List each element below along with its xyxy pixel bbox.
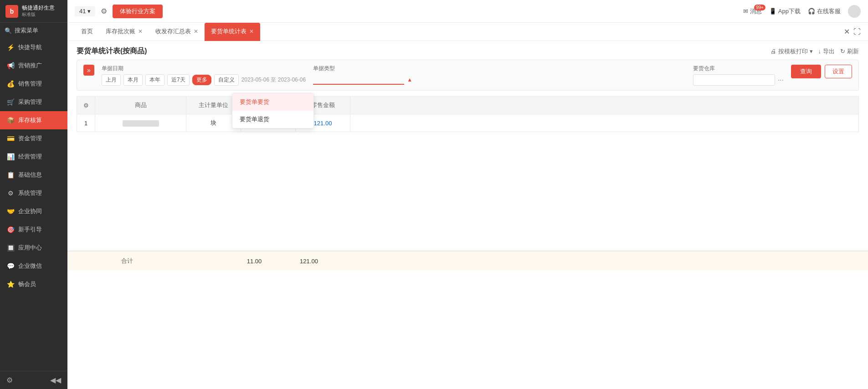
print-dropdown-icon: ▾ — [810, 48, 813, 55]
sidebar-item-quick-nav[interactable]: ⚡ 快捷导航 — [0, 38, 67, 56]
user-avatar[interactable] — [848, 5, 861, 18]
app-download-btn[interactable]: 📱 App下载 — [769, 7, 801, 15]
tab-order-stats-close[interactable]: ✕ — [249, 28, 254, 35]
refresh-btn[interactable]: ↻ 刷新 — [840, 47, 859, 56]
date-btn-7days[interactable]: 近7天 — [167, 74, 190, 86]
page-header: 要货单统计表(按商品) 🖨 按模板打印 ▾ ↓ 导出 ↻ 刷新 — [67, 41, 868, 60]
page-content: 要货单统计表(按商品) 🖨 按模板打印 ▾ ↓ 导出 ↻ 刷新 — [67, 41, 868, 389]
type-filter-input[interactable] — [313, 74, 404, 85]
logo-sub: 标准版 — [22, 11, 55, 18]
marketing-label: 营销推广 — [18, 61, 42, 70]
date-options-row: 上月 本月 本年 近7天 更多 自定义 2023-05-06 至 2023-06… — [102, 74, 306, 86]
app-icon: 📱 — [769, 8, 776, 15]
store-selector[interactable]: 41 ▾ — [75, 6, 95, 16]
tab-receive-summary-close[interactable]: ✕ — [194, 28, 198, 35]
sidebar-item-inventory[interactable]: 📦 库存核算 — [0, 111, 67, 129]
date-range-display: 2023-05-06 至 2023-06-06 — [241, 76, 306, 84]
table-row: 1 块 11.00 121.00 — [77, 114, 859, 132]
app-download-label: App下载 — [778, 7, 801, 15]
row-extra — [350, 114, 859, 132]
date-btn-last-month[interactable]: 上月 — [102, 74, 121, 86]
online-service-label: 在线客服 — [817, 7, 841, 15]
date-filter-label: 单据日期 — [102, 65, 306, 72]
tabs-bar: 首页 库存批次账 ✕ 收发存汇总表 ✕ 要货单统计表 ✕ ✕ ⛶ — [67, 23, 868, 41]
sidebar-item-appstore[interactable]: 🔲 应用中心 — [0, 239, 67, 257]
tab-order-stats[interactable]: 要货单统计表 ✕ — [205, 23, 260, 41]
system-label: 系统管理 — [18, 189, 42, 197]
refresh-label: 刷新 — [847, 47, 859, 56]
sidebar-item-vip[interactable]: ⭐ 畅会员 — [0, 275, 67, 293]
sidebar-item-system[interactable]: ⚙ 系统管理 — [0, 184, 67, 202]
col-settings-header[interactable]: ⚙ — [77, 97, 95, 114]
sidebar-item-finance[interactable]: 💳 资金管理 — [0, 129, 67, 148]
finance-icon: 💳 — [6, 135, 15, 142]
finance-label: 资金管理 — [18, 134, 42, 143]
wechat-label: 企业微信 — [18, 262, 42, 270]
sidebar-item-purchase[interactable]: 🛒 采购管理 — [0, 93, 67, 111]
sidebar-item-guide[interactable]: 🎯 新手引导 — [0, 220, 67, 239]
sidebar-item-sales[interactable]: 💰 销售管理 — [0, 75, 67, 93]
refresh-icon: ↻ — [840, 48, 845, 55]
settings-footer-icon[interactable]: ⚙ — [6, 376, 13, 384]
store-number: 41 — [79, 8, 86, 15]
warehouse-filter-input[interactable] — [693, 74, 775, 86]
type-dropdown: 要货单要货 要货单退货 — [232, 93, 314, 128]
product-name-placeholder — [123, 120, 159, 127]
collapse-sidebar-btn[interactable]: ◀◀ — [50, 376, 61, 384]
total-label: 合计 — [77, 257, 172, 265]
export-btn[interactable]: ↓ 导出 — [818, 47, 835, 56]
date-btn-this-month[interactable]: 本月 — [123, 74, 143, 86]
warehouse-filter-group: 要货仓库 ··· — [693, 65, 784, 86]
sales-icon: 💰 — [6, 80, 15, 87]
table-settings-icon[interactable]: ⚙ — [83, 102, 89, 109]
tab-inventory-batch-label: 库存批次账 — [106, 27, 135, 36]
inventory-label: 库存核算 — [18, 116, 42, 124]
topbar-gear-btn[interactable]: ⚙ — [101, 7, 107, 15]
tab-inventory-batch-close[interactable]: ✕ — [138, 28, 143, 35]
sidebar-item-operations[interactable]: 📊 经营管理 — [0, 148, 67, 166]
tab-receive-summary[interactable]: 收发存汇总表 ✕ — [149, 23, 205, 41]
search-icon: 🔍 — [5, 27, 12, 34]
sidebar-footer: ⚙ ◀◀ — [0, 371, 67, 389]
warehouse-more-btn[interactable]: ··· — [778, 76, 784, 84]
export-icon: ↓ — [818, 48, 822, 55]
print-btn[interactable]: 🖨 按模板打印 ▾ — [770, 47, 813, 56]
filter-settings-btn[interactable]: 设置 — [825, 65, 852, 78]
logo-title: 畅捷通好生意 — [22, 5, 55, 12]
warehouse-filter-label: 要货仓库 — [693, 65, 784, 72]
total-amount: 121.00 — [282, 258, 336, 265]
sidebar-item-wechat[interactable]: 💬 企业微信 — [0, 257, 67, 275]
quick-nav-icon: ⚡ — [6, 44, 15, 51]
expand-tabs-btn[interactable]: ⛶ — [853, 28, 861, 36]
tab-home[interactable]: 首页 — [75, 23, 99, 41]
sidebar-item-basic[interactable]: 📋 基础信息 — [0, 166, 67, 184]
messages-btn[interactable]: ✉ 消息 99+ — [743, 7, 762, 15]
topbar-right: ✉ 消息 99+ 📱 App下载 🎧 在线客服 — [743, 5, 861, 18]
wechat-icon: 💬 — [6, 262, 15, 270]
row-no: 1 — [77, 114, 95, 132]
sidebar-item-marketing[interactable]: 📢 营销推广 — [0, 56, 67, 75]
page-actions: 🖨 按模板打印 ▾ ↓ 导出 ↻ 刷新 — [770, 47, 859, 56]
appstore-label: 应用中心 — [18, 244, 42, 252]
dropdown-item-1[interactable]: 要货单退货 — [232, 111, 313, 128]
dropdown-item-0[interactable]: 要货单要货 — [232, 93, 313, 111]
date-btn-more[interactable]: 更多 — [192, 75, 211, 85]
date-btn-this-year[interactable]: 本年 — [145, 74, 164, 86]
guide-label: 新手引导 — [18, 225, 42, 234]
online-service-btn[interactable]: 🎧 在线客服 — [808, 7, 841, 15]
query-btn[interactable]: 查询 — [791, 65, 821, 78]
system-icon: ⚙ — [6, 189, 15, 197]
search-menu[interactable]: 🔍 搜索菜单 — [0, 23, 67, 38]
close-all-tabs-btn[interactable]: ✕ — [844, 27, 850, 36]
filter-toggle-btn[interactable]: » — [83, 65, 94, 76]
tab-inventory-batch[interactable]: 库存批次账 ✕ — [99, 23, 149, 41]
type-dropdown-caret[interactable]: ▲ — [407, 77, 412, 83]
guide-icon: 🎯 — [6, 226, 15, 233]
store-dropdown-icon: ▾ — [87, 8, 91, 15]
trial-btn[interactable]: 体验行业方案 — [113, 5, 163, 18]
col-product-header: 商品 — [95, 97, 186, 114]
basic-label: 基础信息 — [18, 171, 42, 179]
print-icon: 🖨 — [770, 48, 776, 55]
sidebar-item-enterprise[interactable]: 🤝 企业协同 — [0, 202, 67, 220]
date-btn-custom[interactable]: 自定义 — [214, 74, 239, 86]
